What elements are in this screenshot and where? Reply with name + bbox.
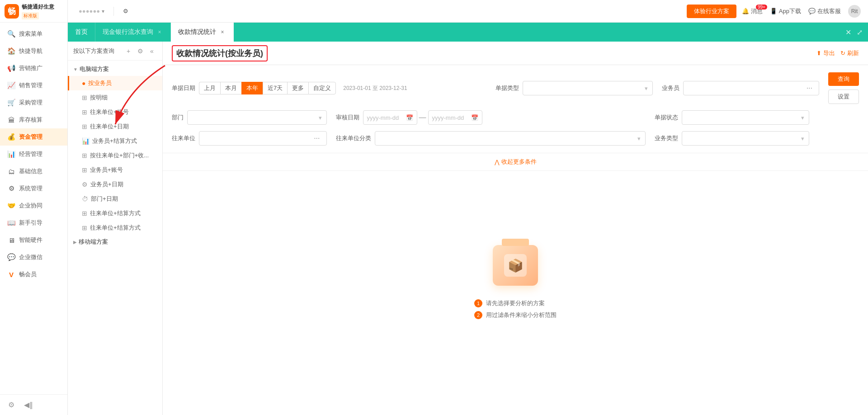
scheme-group-mobile: ▶ 移动端方案 — [68, 235, 162, 249]
inventory-icon: 🏛 — [7, 116, 15, 124]
dept-select[interactable]: ▾ — [187, 110, 327, 125]
empty-illustration: 📦 — [484, 236, 547, 295]
sidebar-item-guide[interactable]: 📖 新手引导 — [0, 214, 67, 231]
query-button[interactable]: 查询 — [828, 72, 859, 86]
scheme-item-unit-dept-recv[interactable]: ⊞ 按往来单位+部门+收... — [68, 148, 162, 163]
collapse-scheme-button[interactable]: « — [147, 46, 157, 56]
scheme-settings-button[interactable]: ⚙ — [135, 46, 145, 56]
scheme-item-salesman-settle[interactable]: 📊 业务员+结算方式 — [68, 134, 162, 148]
tab-close-bank-flow[interactable]: × — [156, 28, 163, 36]
business-type-select[interactable]: ▾ — [682, 131, 810, 146]
tab-close-receivables[interactable]: × — [219, 28, 226, 36]
empty-state: 📦 1 请先选择要分析的方案 2 用过滤条件来缩小分析范围 — [163, 171, 868, 415]
collapse-bar[interactable]: ⋀ 收起更多条件 — [163, 153, 868, 171]
calendar-icon-2: 📅 — [471, 114, 478, 121]
sidebar-item-enterprise[interactable]: 🤝 企业协同 — [0, 197, 67, 214]
hardware-icon: 🖥 — [7, 236, 15, 244]
refresh-button[interactable]: ↻ 刷新 — [840, 49, 859, 57]
messages-button[interactable]: 🔔 消息 99+ — [742, 7, 763, 15]
scheme-item-unit-settle2[interactable]: ⊞ 往来单位+结算方式 — [68, 221, 162, 235]
date-tab-7days[interactable]: 近7天 — [263, 82, 287, 94]
set-button[interactable]: 设置 — [828, 90, 859, 104]
group-arrow-icon: ▼ — [73, 67, 78, 72]
sidebar-item-sales[interactable]: 📈 销售管理 — [0, 77, 67, 94]
counterpart-select[interactable]: ··· — [199, 131, 327, 146]
settings-footer-button[interactable]: ⚙ — [5, 398, 18, 412]
doc-type-filter: 单据类型 ▾ — [495, 81, 653, 95]
audit-date-pair: yyyy-mm-dd 📅 — yyyy-mm-dd 📅 — [363, 110, 482, 125]
marketing-icon: 📢 — [7, 64, 15, 72]
scheme-group-desktop: ▼ 电脑端方案 ● 按业务员 ⊞ 按明细 ⊞ 往来单位+账号 — [68, 62, 162, 235]
business-icon: 📊 — [7, 150, 15, 158]
trial-button[interactable]: 体验行业方案 — [687, 5, 736, 18]
purchase-icon: 🛒 — [7, 99, 15, 107]
sidebar-item-business[interactable]: 📊 经营管理 — [0, 146, 67, 163]
sidebar-item-search-menu[interactable]: 🔍 搜索菜单 — [0, 25, 67, 42]
gear-icon: ⚙ — [123, 8, 128, 14]
audit-date-start[interactable]: yyyy-mm-dd 📅 — [363, 110, 417, 125]
online-service-button[interactable]: 💬 在线客服 — [808, 7, 841, 15]
step-num-2: 2 — [474, 311, 482, 319]
scheme-panel: 按以下方案查询 + ⚙ « ▼ 电脑端方案 ● 按业务员 — [68, 42, 163, 415]
tab-home[interactable]: 首页 — [68, 23, 95, 42]
sidebar-item-basic[interactable]: 🗂 基础信息 — [0, 163, 67, 180]
doc-status-select[interactable]: ▾ — [682, 110, 810, 125]
app-download-button[interactable]: 📱 App下载 — [770, 7, 801, 15]
date-tab-custom[interactable]: 自定义 — [308, 82, 336, 94]
date-tab-this-year[interactable]: 本年 — [241, 82, 263, 94]
settings-nav-item[interactable]: ⚙ — [119, 6, 132, 16]
page-title: 收款情况统计(按业务员) — [172, 45, 268, 61]
collapse-sidebar-button[interactable]: ◀‖ — [22, 398, 35, 412]
service-icon: 💬 — [808, 8, 816, 14]
scheme-item-by-detail[interactable]: ⊞ 按明细 — [68, 90, 162, 105]
bt-dropdown-icon: ▾ — [801, 135, 804, 142]
sidebar-item-wechat[interactable]: 💬 企业微信 — [0, 249, 67, 266]
scheme-item-by-salesman[interactable]: ● 按业务员 — [68, 76, 162, 90]
scheme-item-dept-date[interactable]: ⏱ 部门+日期 — [68, 192, 162, 206]
sidebar-item-member[interactable]: V 畅会员 — [0, 266, 67, 283]
scheme-icon-sa: ⊞ — [82, 166, 87, 174]
date-tab-more[interactable]: 更多 — [287, 82, 308, 94]
calendar-icon: 📅 — [406, 114, 413, 121]
date-tab-this-month[interactable]: 本月 — [220, 82, 241, 94]
tab-bank-flow[interactable]: 现金银行流水查询 × — [95, 23, 171, 42]
filter-row-3: 往来单位 ··· 往来单位分类 ▾ 业务类型 — [172, 131, 859, 146]
scheme-group-mobile-header[interactable]: ▶ 移动端方案 — [68, 235, 162, 249]
sidebar-footer: ⚙ ◀‖ — [0, 394, 67, 415]
add-scheme-button[interactable]: + — [123, 46, 133, 56]
scheme-group-desktop-header[interactable]: ▼ 电脑端方案 — [68, 62, 162, 76]
audit-date-end[interactable]: yyyy-mm-dd 📅 — [428, 110, 482, 125]
refresh-icon: ↻ — [840, 50, 845, 57]
counterpart-ellipsis-icon: ··· — [312, 134, 321, 142]
basic-icon: 🗂 — [7, 167, 15, 175]
doc-type-select[interactable]: ▾ — [523, 81, 653, 95]
close-tab-action[interactable]: ✕ — [844, 26, 853, 38]
enterprise-icon: 🤝 — [7, 202, 15, 210]
scheme-item-unit-account[interactable]: ⊞ 往来单位+账号 — [68, 105, 162, 119]
sidebar-item-quick-nav[interactable]: 🏠 快捷导航 — [0, 42, 67, 60]
salesman-select[interactable]: ··· — [683, 81, 819, 95]
scheme-item-unit-settle1[interactable]: ⊞ 往来单位+结算方式 — [68, 206, 162, 221]
sidebar-item-purchase[interactable]: 🛒 采购管理 — [0, 94, 67, 111]
scheme-item-salesman-account[interactable]: ⊞ 业务员+账号 — [68, 163, 162, 177]
counterpart-category-select[interactable]: ▾ — [375, 131, 646, 146]
header-right: 🔔 消息 99+ 📱 App下载 💬 在线客服 Rit — [742, 5, 861, 18]
search-menu-icon: 🔍 — [7, 30, 15, 38]
tab-receivables-stats[interactable]: 收款情况统计 × — [171, 23, 234, 42]
sidebar-nav: 🔍 搜索菜单 🏠 快捷导航 📢 营销推广 📈 销售管理 🛒 采购管理 🏛 库存核… — [0, 23, 67, 394]
sidebar-item-hardware[interactable]: 🖥 智能硬件 — [0, 231, 67, 249]
header-nav-title[interactable]: ●●●●●● ▾ — [75, 6, 108, 16]
page-header: 收款情况统计(按业务员) ⬆ 导出 ↻ 刷新 — [163, 42, 868, 65]
group-mobile-arrow-icon: ▶ — [73, 240, 77, 245]
maximize-tab-action[interactable]: ⤢ — [855, 26, 864, 38]
scheme-item-unit-date[interactable]: ⊞ 往来单位+日期 — [68, 119, 162, 134]
sidebar-item-system[interactable]: ⚙ 系统管理 — [0, 180, 67, 197]
sidebar-item-finance[interactable]: 💰 资金管理 — [0, 128, 67, 146]
sidebar-item-marketing[interactable]: 📢 营销推广 — [0, 60, 67, 77]
scheme-item-salesman-date[interactable]: ⚙ 业务员+日期 — [68, 177, 162, 192]
export-button[interactable]: ⬆ 导出 — [816, 49, 835, 57]
tab-spacer — [234, 23, 840, 42]
date-tab-last-month[interactable]: 上月 — [199, 82, 220, 94]
user-avatar[interactable]: Rit — [848, 5, 861, 18]
sidebar-item-inventory[interactable]: 🏛 库存核算 — [0, 111, 67, 128]
